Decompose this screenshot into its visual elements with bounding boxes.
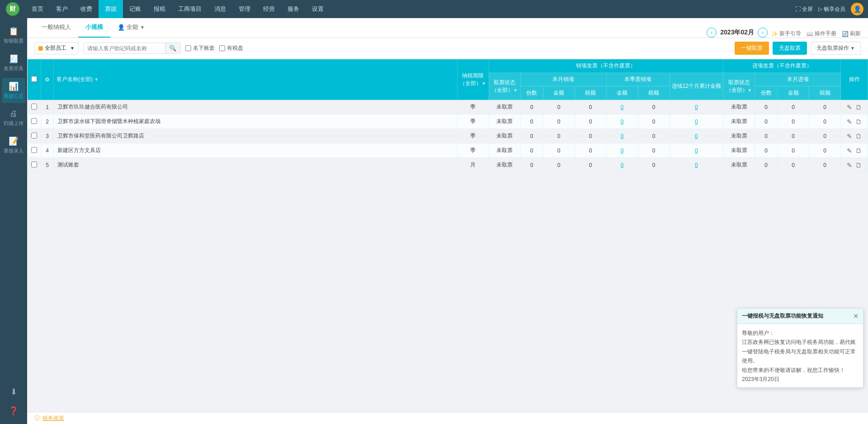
- row-checkbox[interactable]: [31, 147, 37, 153]
- sidebar-item-invoice-summary[interactable]: 📊 票据汇总: [2, 78, 25, 103]
- row-sales-month-count: 0: [520, 129, 543, 143]
- user-avatar[interactable]: 👤: [851, 3, 863, 15]
- dropdown-arrow-icon: ▼: [850, 46, 855, 51]
- tax-disk-checkbox-label[interactable]: 有税盘: [219, 44, 243, 52]
- nav-bookkeeping[interactable]: 记账: [123, 0, 147, 18]
- account-checkbox[interactable]: [185, 45, 191, 51]
- row-input-status: 未取票: [723, 100, 755, 114]
- row-input-month-amount: 0: [778, 158, 809, 172]
- tab-general-taxpayer[interactable]: 一般纳税人: [34, 18, 78, 38]
- nav-invoice[interactable]: 票据: [99, 0, 123, 18]
- row-sales-month-tax: 0: [575, 100, 606, 114]
- table-row: 4 新建区方方文具店 季 未取票 0 0 0 0 0 0 未取票 0 0 0 ✎…: [28, 143, 868, 158]
- notification-scroll[interactable]: 尊敬的用户：江苏政务网已恢复访问电子税务局功能，易代账一键登陆电子税务局与无盘取…: [737, 324, 863, 387]
- row-sales-status: 未取票: [489, 129, 520, 143]
- row-checkbox-cell[interactable]: [28, 143, 41, 158]
- chevron-down-icon: ▼: [140, 25, 145, 30]
- nav-tax[interactable]: 报税: [147, 0, 172, 18]
- tax-disk-checkbox[interactable]: [219, 45, 225, 51]
- row-checkbox[interactable]: [31, 104, 37, 110]
- view-icon[interactable]: 🗋: [855, 147, 862, 154]
- row-checkbox-cell[interactable]: [28, 114, 41, 129]
- nav-settings[interactable]: 设置: [306, 0, 330, 18]
- table-row: 1 卫辉市玖玖健合医药有限公司 季 未取票 0 0 0 0 0 0 未取票 0 …: [28, 100, 868, 114]
- edit-icon[interactable]: ✎: [847, 118, 852, 125]
- account-checkbox-label[interactable]: 名下账套: [185, 44, 215, 52]
- row-actions: ✎ 🗋: [841, 100, 868, 114]
- fullscreen-button[interactable]: ⛶ 全屏: [795, 5, 813, 13]
- edit-icon[interactable]: ✎: [847, 104, 852, 111]
- row-cumulative: 0: [670, 129, 723, 143]
- nav-operation[interactable]: 经营: [257, 0, 281, 18]
- view-icon[interactable]: 🗋: [855, 162, 862, 169]
- select-all-checkbox[interactable]: [31, 76, 37, 82]
- manual-button[interactable]: 📖 操作手册: [807, 30, 836, 38]
- view-icon[interactable]: 🗋: [855, 133, 862, 140]
- edit-icon[interactable]: ✎: [847, 147, 852, 154]
- member-button[interactable]: ▷ 畅享会员: [818, 5, 845, 13]
- period-next-button[interactable]: ›: [758, 28, 768, 38]
- refresh-button[interactable]: 🔄 刷新: [842, 30, 861, 38]
- newbie-guide-button[interactable]: ✨ 新手引导: [771, 30, 801, 38]
- view-icon[interactable]: 🗋: [855, 118, 862, 125]
- row-input-month-count: 0: [755, 129, 778, 143]
- sidebar-item-issue-invoice[interactable]: 🧾 发票开具: [2, 50, 25, 76]
- nav-service[interactable]: 服务: [281, 0, 306, 18]
- edit-icon[interactable]: ✎: [847, 162, 852, 169]
- employee-select[interactable]: 全部员工 ▼: [34, 42, 79, 54]
- scan-upload-icon: 🖨: [9, 109, 18, 119]
- sidebar-item-download[interactable]: ⬇: [2, 383, 25, 400]
- sidebar-item-help[interactable]: ❓: [2, 402, 25, 419]
- tab-small-scale[interactable]: 小规模: [78, 18, 110, 38]
- tax-policy-link[interactable]: 税务政策: [42, 414, 64, 422]
- notification-close-button[interactable]: ✕: [853, 313, 859, 320]
- row-input-month-count: 0: [755, 100, 778, 114]
- row-sales-month-count: 0: [520, 100, 543, 114]
- notification-body: 尊敬的用户：江苏政务网已恢复访问电子税务局功能，易代账一键登陆电子税务局与无盘取…: [737, 324, 863, 387]
- table-row: 5 测试账套 月 未取票 0 0 0 0 0 0 未取票 0 0 0 ✎ 🗋: [28, 158, 868, 172]
- row-sales-status: 未取票: [489, 158, 520, 172]
- one-key-fetch-button[interactable]: 一键取票: [735, 42, 769, 55]
- top-navigation: 财 首页 客户 收费 票据 记账 报税 工商项目 消息 管理 经营 服务 设置 …: [0, 0, 868, 18]
- row-sales-quarter-tax: 0: [638, 114, 670, 129]
- period-prev-button[interactable]: ‹: [707, 28, 717, 38]
- employee-chevron-icon: ▼: [70, 46, 75, 51]
- refresh-icon: 🔄: [842, 31, 849, 37]
- row-cumulative: 0: [670, 114, 723, 129]
- row-checkbox-cell[interactable]: [28, 158, 41, 172]
- tab-all-capable[interactable]: 👤 全能 ▼: [110, 18, 152, 38]
- row-no: 4: [41, 143, 54, 158]
- row-sales-month-amount: 0: [543, 158, 575, 172]
- row-input-month-tax: 0: [809, 143, 841, 158]
- sidebar-item-scan-upload[interactable]: 🖨 扫描上传: [2, 105, 25, 130]
- sidebar-item-data-entry[interactable]: 📝 票据录入: [2, 133, 25, 158]
- row-checkbox-cell[interactable]: [28, 100, 41, 114]
- table-row: 2 卫辉市汲水镇下园滑脊烟暨木种植家庭农场 季 未取票 0 0 0 0 0 0 …: [28, 114, 868, 129]
- row-checkbox-cell[interactable]: [28, 129, 41, 143]
- row-input-month-amount: 0: [778, 129, 809, 143]
- nav-home[interactable]: 首页: [25, 0, 50, 18]
- nav-manage[interactable]: 管理: [232, 0, 257, 18]
- sidebar-item-smart-fetch[interactable]: 📋 智能取票: [2, 23, 25, 48]
- row-checkbox[interactable]: [31, 118, 37, 124]
- settings-icon[interactable]: ⚙: [45, 76, 50, 83]
- table-row: 3 卫辉市保和堂医药有限公司卫辉路店 季 未取票 0 0 0 0 0 0 未取票…: [28, 129, 868, 143]
- diskless-ops-button[interactable]: 无盘取票操作 ▼: [811, 42, 861, 55]
- row-input-month-tax: 0: [809, 100, 841, 114]
- search-button[interactable]: 🔍: [165, 43, 180, 53]
- row-checkbox[interactable]: [31, 162, 37, 167]
- notification-popup: 一键报税与无盘取票功能恢复通知 ✕ 尊敬的用户：江苏政务网已恢复访问电子税务局功…: [737, 308, 863, 388]
- search-input[interactable]: [84, 43, 165, 53]
- row-tax-period: 季: [457, 100, 489, 114]
- nav-bizproject[interactable]: 工商项目: [172, 0, 208, 18]
- view-icon[interactable]: 🗋: [855, 104, 862, 111]
- edit-icon[interactable]: ✎: [847, 133, 852, 140]
- diskless-fetch-button[interactable]: 无盘取票: [773, 42, 807, 55]
- nav-menu: 首页 客户 收费 票据 记账 报税 工商项目 消息 管理 经营 服务 设置: [25, 0, 795, 18]
- nav-customer[interactable]: 客户: [50, 0, 74, 18]
- app-logo: 财: [5, 1, 21, 17]
- help-icon: ❓: [9, 406, 19, 416]
- row-checkbox[interactable]: [31, 133, 37, 138]
- nav-fee[interactable]: 收费: [74, 0, 99, 18]
- nav-message[interactable]: 消息: [208, 0, 232, 18]
